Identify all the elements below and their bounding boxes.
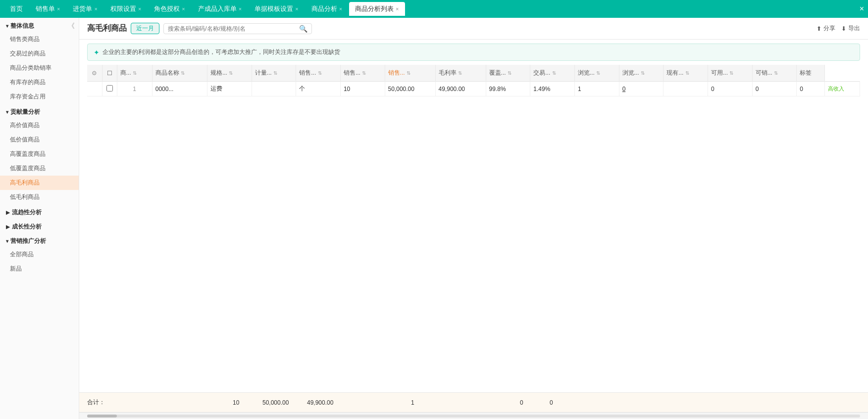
sidebar-group-growth[interactable]: ▶ 成长性分析 [0,219,79,233]
tab-sales-order[interactable]: 销售单 × [30,2,66,16]
close-tab-product-inbound[interactable]: × [239,6,242,12]
sort-icon-available: ⇅ [729,70,733,76]
close-tab-product-analysis-list[interactable]: × [396,6,399,12]
sidebar-item-traded-goods[interactable]: 交易过的商品 [0,47,79,61]
tab-permission-settings[interactable]: 权限设置 × [104,2,147,16]
close-tab-purchase-order[interactable]: × [94,6,97,12]
view1-link[interactable]: 0 [622,86,626,93]
cell-tag: 高收入 [825,82,860,96]
tab-product-analysis-list[interactable]: 商品分析列表 × [349,2,405,16]
header-actions: ⬆ 分享 ⬇ 导出 [817,24,860,33]
col-view1[interactable]: 浏览... ⇅ [574,65,619,82]
sort-icon-spec: ⇅ [229,70,233,76]
col-unit[interactable]: 计量... ⇅ [252,65,296,82]
sidebar-item-sales-goods[interactable]: 销售类商品 [0,32,79,47]
sidebar: 《 ▾ 整体信息 销售类商品 交易过的商品 商品分类助销率 有库存的商品 库存资… [0,18,79,419]
footer-available: 0 [544,399,573,406]
close-tab-role-auth[interactable]: × [182,6,185,12]
sort-icon-unit: ⇅ [273,70,277,76]
cell-coverage: 1.49% [530,82,575,96]
sidebar-item-low-coverage[interactable]: 低覆盖度商品 [0,161,79,176]
cell-num: 1 [117,82,152,96]
footer-sales-profit: 49,900.00 [301,399,346,406]
footer-transaction: 1 [405,399,435,406]
col-transaction[interactable]: 交易... ⇅ [530,65,575,82]
cell-available: 0 [752,82,797,96]
sidebar-item-high-value[interactable]: 高价值商品 [0,118,79,133]
sidebar-item-stock-capital[interactable]: 库存资金占用 [0,90,79,104]
sort-icon-name: ⇅ [181,70,185,76]
cell-unit: 个 [296,82,341,96]
sort-icon-sales-count: ⇅ [318,70,322,76]
footer-sales-count: 10 [227,399,256,406]
cell-gross-margin: 99.8% [486,82,530,96]
sort-icon-view2: ⇅ [641,70,645,76]
col-available[interactable]: 可用... ⇅ [708,65,752,82]
sidebar-item-low-margin[interactable]: 低毛利商品 [0,190,79,204]
cell-view1[interactable]: 0 [619,82,664,96]
scrollbar-thumb[interactable] [87,415,117,418]
row-checkbox[interactable] [106,85,113,92]
col-sales-profit[interactable]: 销售... ⇅ [385,65,435,82]
col-saleable[interactable]: 可销... ⇅ [752,65,797,82]
search-box: 🔍 [163,23,312,34]
sidebar-group-marketing[interactable]: ▾ 营销推广分析 [0,233,79,247]
sidebar-item-high-coverage[interactable]: 高覆盖度商品 [0,147,79,161]
close-all-tabs[interactable]: × [860,4,864,13]
tab-template-settings[interactable]: 单据模板设置 × [249,2,304,16]
close-tab-template-settings[interactable]: × [295,6,298,12]
cell-sales-profit: 49,900.00 [435,82,486,96]
col-code[interactable]: 商... ⇅ [117,65,152,82]
tab-product-analysis[interactable]: 商品分析 × [306,2,348,16]
export-icon: ⬇ [841,25,846,32]
col-sales-count[interactable]: 销售... ⇅ [296,65,341,82]
col-sales-amount[interactable]: 销售... ⇅ [340,65,385,82]
table-container: ⚙ ☐ 商... ⇅ 商品名称 ⇅ 规格... ⇅ 计量... ⇅ 销售... … [79,65,868,392]
col-checkbox[interactable]: ☐ [102,65,117,82]
tab-purchase-order[interactable]: 进货单 × [67,2,103,16]
tab-product-inbound[interactable]: 产成品入库单 × [192,2,248,16]
cell-sales-count: 10 [340,82,385,96]
filter-date-button[interactable]: 近一月 [131,23,159,34]
footer-summary: 合计： 10 50,000.00 49,900.00 1 0 0 [79,392,868,412]
col-view2[interactable]: 浏览... ⇅ [619,65,664,82]
col-gear[interactable]: ⚙ [87,65,102,82]
tab-home[interactable]: 首页 [4,2,29,16]
col-spec[interactable]: 规格... ⇅ [207,65,252,82]
sidebar-item-low-value[interactable]: 低价值商品 [0,133,79,147]
col-gross-margin[interactable]: 毛利率 ⇅ [435,65,486,82]
cell-transaction: 1 [574,82,619,96]
table-row: 1 0000... 运费 个 10 50,000.00 49,900.00 99… [87,82,860,96]
close-tab-permission-settings[interactable]: × [138,6,141,12]
data-table: ⚙ ☐ 商... ⇅ 商品名称 ⇅ 规格... ⇅ 计量... ⇅ 销售... … [87,65,860,96]
footer-current-stock: 0 [514,399,544,406]
search-icon[interactable]: 🔍 [299,25,307,33]
col-coverage[interactable]: 覆盖... ⇅ [486,65,530,82]
sort-icon-gross-margin: ⇅ [458,70,462,76]
info-icon: ✦ [94,48,100,56]
search-input[interactable] [168,25,297,32]
sidebar-item-category-sales-rate[interactable]: 商品分类助销率 [0,61,79,75]
sidebar-group-contribution[interactable]: ▾ 贡献量分析 [0,104,79,118]
share-button[interactable]: ⬆ 分享 [817,24,835,33]
col-current-stock[interactable]: 现有... ⇅ [664,65,708,82]
close-tab-sales-order[interactable]: × [57,6,60,12]
col-tag[interactable]: 标签 [797,65,825,82]
sidebar-group-trend[interactable]: ▶ 流趋性分析 [0,204,79,219]
cell-current-stock: 0 [708,82,752,96]
cell-saleable: 0 [797,82,825,96]
sidebar-item-in-stock-goods[interactable]: 有库存的商品 [0,75,79,90]
tab-role-auth[interactable]: 角色授权 × [148,2,191,16]
arrow-icon-contribution: ▾ [6,109,8,115]
close-tab-product-analysis[interactable]: × [339,6,342,12]
sidebar-group-overall[interactable]: ▾ 整体信息 [0,18,79,32]
scrollbar-area [79,412,868,419]
sidebar-item-high-margin[interactable]: 高毛利商品 [0,176,79,190]
sidebar-item-all-goods[interactable]: 全部商品 [0,247,79,262]
sidebar-item-new-goods[interactable]: 新品 [0,262,79,276]
content-area: 高毛利商品 近一月 🔍 ⬆ 分享 ⬇ 导出 ✦ 企业的主要的利润都是这部分商品创… [79,18,868,419]
col-name[interactable]: 商品名称 ⇅ [152,65,207,82]
export-button[interactable]: ⬇ 导出 [841,24,860,33]
cell-checkbox[interactable] [102,82,117,96]
sidebar-collapse-button[interactable]: 《 [68,22,75,31]
